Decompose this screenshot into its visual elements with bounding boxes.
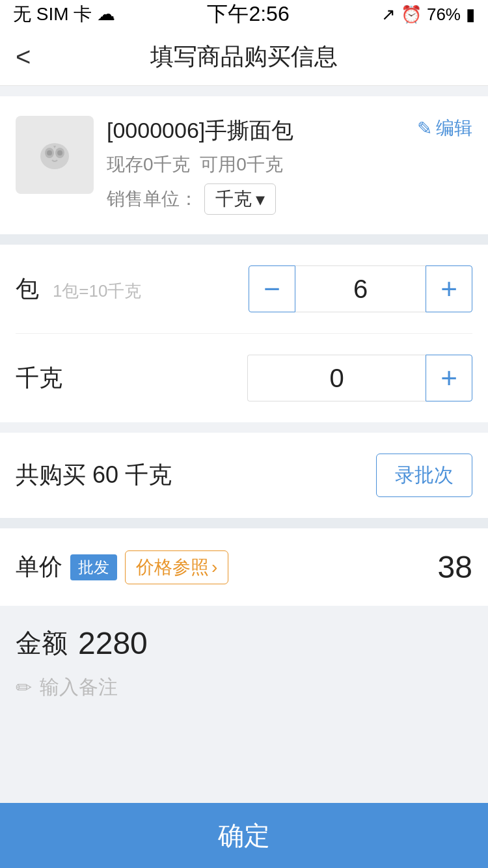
unit-label: 销售单位： — [107, 187, 198, 211]
batch-button[interactable]: 录批次 — [376, 454, 472, 497]
confirm-label: 确定 — [218, 818, 270, 854]
edit-label: 编辑 — [436, 116, 472, 141]
svg-point-3 — [47, 150, 52, 156]
confirm-button[interactable]: 确定 — [0, 803, 488, 868]
price-ref-chevron-icon: › — [211, 557, 217, 578]
unit-select[interactable]: 千克 ▾ — [204, 183, 276, 215]
package-label-group: 包 1包=10千克 — [16, 273, 141, 305]
divider-1 — [0, 234, 488, 245]
back-button[interactable]: < — [16, 42, 31, 72]
divider-2 — [0, 518, 488, 528]
kg-label: 千克 — [16, 364, 62, 391]
status-bar-time: 下午2:56 — [207, 0, 289, 29]
input-section: 包 1包=10千克 − + 千克 + — [0, 245, 488, 422]
package-input[interactable] — [295, 265, 426, 312]
edit-icon: ✎ — [417, 118, 432, 139]
price-ref-label: 价格参照 — [136, 555, 209, 580]
status-bar: 无 SIM 卡 ☁ 下午2:56 ↗ ⏰ 76% ▮ — [0, 0, 488, 29]
price-ref-button[interactable]: 价格参照 › — [125, 550, 228, 584]
amount-label: 金额 — [16, 625, 68, 661]
kg-row: 千克 + — [16, 334, 472, 422]
package-qty-control: − + — [249, 265, 472, 312]
alarm-icon: ⏰ — [401, 5, 422, 25]
product-image — [16, 116, 94, 194]
summary-section: 共购买 60 千克 录批次 — [0, 433, 488, 518]
battery-text: 76% — [427, 5, 461, 25]
amount-row: 金额 2280 — [16, 625, 472, 661]
price-row: 单价 批发 价格参照 › 38 — [0, 528, 488, 606]
note-icon: ✏ — [16, 676, 32, 699]
status-bar-right: ↗ ⏰ 76% ▮ — [381, 5, 475, 25]
amount-section: 金额 2280 ✏ 输入备注 — [0, 606, 488, 714]
package-sublabel: 1包=10千克 — [53, 281, 142, 301]
battery-icon: ▮ — [466, 5, 475, 25]
summary-text: 共购买 60 千克 — [16, 459, 172, 491]
page-title: 填写商品购买信息 — [150, 41, 338, 73]
price-tag: 批发 — [70, 554, 117, 580]
amount-value: 2280 — [78, 625, 148, 661]
product-stock: 现存0千克 可用0千克 — [107, 152, 472, 177]
package-label: 包 — [16, 275, 39, 302]
note-row[interactable]: ✏ 输入备注 — [16, 674, 472, 701]
unit-value: 千克 — [215, 187, 252, 211]
unit-chevron-icon: ▾ — [256, 189, 265, 210]
status-bar-left: 无 SIM 卡 ☁ — [13, 2, 115, 27]
price-value: 38 — [438, 549, 472, 585]
package-plus-button[interactable]: + — [426, 265, 472, 312]
product-unit-row: 销售单位： 千克 ▾ — [107, 183, 472, 215]
kg-qty-control: + — [247, 355, 472, 401]
kg-plus-button[interactable]: + — [426, 355, 472, 401]
kg-label-group: 千克 — [16, 362, 62, 394]
price-label-group: 单价 批发 价格参照 › — [16, 550, 228, 584]
price-label: 单价 — [16, 551, 62, 583]
package-row: 包 1包=10千克 − + — [16, 245, 472, 334]
product-logo-icon — [35, 135, 74, 174]
edit-button[interactable]: ✎ 编辑 — [417, 116, 472, 141]
note-placeholder: 输入备注 — [40, 674, 118, 701]
kg-input[interactable] — [247, 355, 426, 401]
signal-text: 无 SIM 卡 ☁ — [13, 2, 115, 27]
package-minus-button[interactable]: − — [249, 265, 295, 312]
location-icon: ↗ — [381, 5, 396, 25]
nav-bar: < 填写商品购买信息 — [0, 29, 488, 86]
svg-point-4 — [57, 150, 62, 156]
product-card: [0000006]手撕面包 现存0千克 可用0千克 销售单位： 千克 ▾ ✎ 编… — [0, 96, 488, 234]
